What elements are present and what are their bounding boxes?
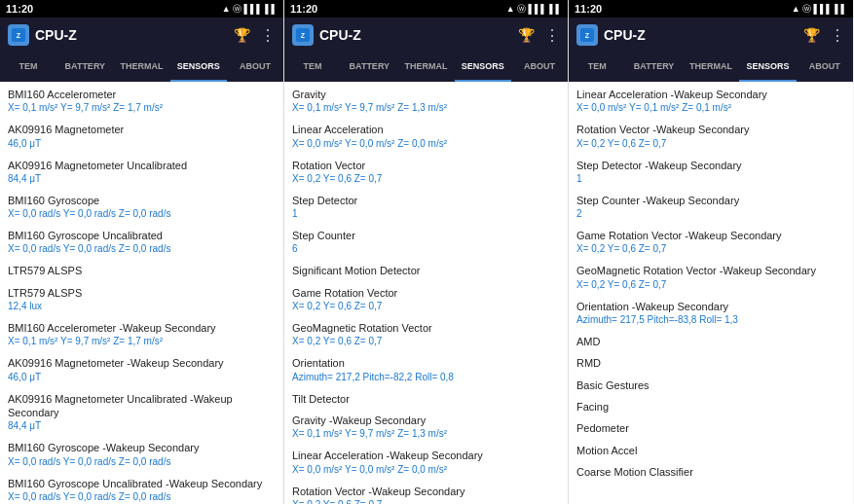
sensor-item: RMD xyxy=(576,356,845,370)
tab-sensors[interactable]: SENSORS xyxy=(739,53,796,82)
sensor-value: X= 0,0 m/s² Y= 0,1 m/s² Z= 0,1 m/s² xyxy=(576,101,845,115)
sensor-name: Coarse Motion Classifier xyxy=(576,465,845,479)
sensor-name: GeoMagnetic Rotation Vector -Wakeup Seco… xyxy=(576,264,845,277)
tab-about[interactable]: ABOUT xyxy=(227,53,283,82)
sensor-item: Rotation VectorX= 0,2 Y= 0,6 Z= 0,7 xyxy=(292,159,560,186)
tab-about[interactable]: ABOUT xyxy=(797,53,853,82)
sensor-item: GravityX= 0,1 m/s² Y= 9,7 m/s² Z= 1,3 m/… xyxy=(292,88,560,115)
more-icon[interactable]: ⋮ xyxy=(830,26,845,45)
app-bar-left: Z CPU-Z xyxy=(576,24,646,46)
sensor-value: 1 xyxy=(576,172,845,186)
app-icon: Z xyxy=(8,24,29,46)
sensor-value: X= 0,1 m/s² Y= 9,7 m/s² Z= 1,7 m/s² xyxy=(8,101,276,115)
sensor-item: Linear Acceleration -Wakeup SecondaryX= … xyxy=(292,449,560,476)
sensor-name: Step Detector xyxy=(292,194,560,207)
tab-thermal[interactable]: THERMAL xyxy=(397,53,454,82)
sensor-value: 84,4 μT xyxy=(8,172,276,186)
tab-battery[interactable]: BATTERY xyxy=(56,53,113,82)
app-bar-left: Z CPU-Z xyxy=(292,24,361,46)
sensor-name: AK09916 Magnetometer -Wakeup Secondary xyxy=(8,356,276,370)
sensor-value: X= 0,2 Y= 0,6 Z= 0,7 xyxy=(292,498,560,504)
status-bar: 11:20 ▲ ⓦ ▌▌▌ ▌▌ xyxy=(569,0,853,18)
tab-sensors[interactable]: SENSORS xyxy=(170,53,227,82)
tab-bar: TEMBATTERYTHERMALSENSORSABOUT xyxy=(284,53,568,82)
sensor-item: Basic Gestures xyxy=(576,378,845,392)
tab-tem[interactable]: TEM xyxy=(284,53,341,82)
sensors-content: GravityX= 0,1 m/s² Y= 9,7 m/s² Z= 1,3 m/… xyxy=(284,82,568,504)
sensor-item: GeoMagnetic Rotation VectorX= 0,2 Y= 0,6… xyxy=(292,321,560,348)
sensor-name: Facing xyxy=(576,400,845,414)
sensor-value: X= 0,0 rad/s Y= 0,0 rad/s Z= 0,0 rad/s xyxy=(8,490,276,504)
more-icon[interactable]: ⋮ xyxy=(260,26,276,45)
sensor-name: AK09916 Magnetometer Uncalibrated -Wakeu… xyxy=(8,392,276,420)
sensor-name: Pedometer xyxy=(576,421,845,435)
sensor-name: Motion Accel xyxy=(576,444,845,457)
sensor-item: Step Detector -Wakeup Secondary1 xyxy=(576,159,845,186)
more-icon[interactable]: ⋮ xyxy=(544,26,560,45)
tab-about[interactable]: ABOUT xyxy=(511,53,568,82)
tab-sensors[interactable]: SENSORS xyxy=(455,53,511,82)
sensor-value: X= 0,2 Y= 0,6 Z= 0,7 xyxy=(576,242,845,256)
sensor-name: Step Counter xyxy=(292,229,560,242)
sensor-name: Rotation Vector -Wakeup Secondary xyxy=(576,123,845,136)
sensor-name: Step Counter -Wakeup Secondary xyxy=(576,194,845,207)
sensor-name: Tilt Detector xyxy=(292,392,560,406)
sensor-item: Tilt Detector xyxy=(292,392,560,406)
tab-battery[interactable]: BATTERY xyxy=(341,53,397,82)
sensor-item: Significant Motion Detector xyxy=(292,264,560,277)
status-bar: 11:20 ▲ ⓦ ▌▌▌ ▌▌ xyxy=(284,0,568,18)
sensor-item: LTR579 ALSPS xyxy=(8,264,276,277)
sensor-item: OrientationAzimuth= 217,2 Pitch=-82,2 Ro… xyxy=(292,356,560,383)
sensor-value: X= 0,0 m/s² Y= 0,0 m/s² Z= 0,0 m/s² xyxy=(292,137,560,151)
sensor-value: 2 xyxy=(576,207,845,221)
sensor-item: AMD xyxy=(576,335,845,348)
sensor-value: 84,4 μT xyxy=(8,419,276,433)
sensor-item: Step Counter -Wakeup Secondary2 xyxy=(576,194,845,221)
sensor-item: BMI160 Accelerometer -Wakeup SecondaryX=… xyxy=(8,321,276,348)
app-bar: Z CPU-Z 🏆 ⋮ xyxy=(0,18,283,53)
sensor-item: BMI160 AccelerometerX= 0,1 m/s² Y= 9,7 m… xyxy=(8,88,276,115)
sensor-name: BMI160 Accelerometer -Wakeup Secondary xyxy=(8,321,276,335)
sensor-name: Basic Gestures xyxy=(576,378,845,392)
sensor-item: AK09916 Magnetometer Uncalibrated -Wakeu… xyxy=(8,392,276,434)
sensor-item: BMI160 GyroscopeX= 0,0 rad/s Y= 0,0 rad/… xyxy=(8,194,276,221)
panel-1: 11:20 ▲ ⓦ ▌▌▌ ▌▌ Z CPU-Z 🏆 ⋮ TEMBATTERYT… xyxy=(0,0,284,504)
sensor-item: GeoMagnetic Rotation Vector -Wakeup Seco… xyxy=(576,264,845,291)
sensor-value: X= 0,2 Y= 0,6 Z= 0,7 xyxy=(292,335,560,348)
sensor-item: Step Counter6 xyxy=(292,229,560,256)
sensor-name: BMI160 Accelerometer xyxy=(8,88,276,101)
tab-tem[interactable]: TEM xyxy=(0,53,56,82)
sensor-name: AK09916 Magnetometer xyxy=(8,123,276,136)
sensor-value: X= 0,2 Y= 0,6 Z= 0,7 xyxy=(292,300,560,313)
tab-tem[interactable]: TEM xyxy=(569,53,625,82)
sensor-value: Azimuth= 217,2 Pitch=-82,2 Roll= 0,8 xyxy=(292,371,560,384)
tab-thermal[interactable]: THERMAL xyxy=(113,53,169,82)
sensor-name: Game Rotation Vector -Wakeup Secondary xyxy=(576,229,845,242)
sensor-item: Linear Acceleration -Wakeup SecondaryX= … xyxy=(576,88,845,115)
app-bar: Z CPU-Z 🏆 ⋮ xyxy=(569,18,853,53)
app-icon: Z xyxy=(576,24,598,46)
app-bar-right: 🏆 ⋮ xyxy=(803,26,845,45)
trophy-icon[interactable]: 🏆 xyxy=(803,27,820,43)
tab-battery[interactable]: BATTERY xyxy=(625,53,682,82)
sensor-value: X= 0,0 rad/s Y= 0,0 rad/s Z= 0,0 rad/s xyxy=(8,455,276,469)
sensor-value: 12,4 lux xyxy=(8,300,276,313)
sensor-item: Gravity -Wakeup SecondaryX= 0,1 m/s² Y= … xyxy=(292,414,560,441)
sensor-name: Step Detector -Wakeup Secondary xyxy=(576,159,845,172)
trophy-icon[interactable]: 🏆 xyxy=(518,27,535,43)
tab-thermal[interactable]: THERMAL xyxy=(683,53,739,82)
tab-bar: TEMBATTERYTHERMALSENSORSABOUT xyxy=(0,53,283,82)
sensor-value: X= 0,1 m/s² Y= 9,7 m/s² Z= 1,7 m/s² xyxy=(8,335,276,348)
sensor-item: AK09916 Magnetometer Uncalibrated84,4 μT xyxy=(8,159,276,186)
app-title: CPU-Z xyxy=(604,27,646,43)
sensor-value: X= 0,1 m/s² Y= 9,7 m/s² Z= 1,3 m/s² xyxy=(292,101,560,115)
trophy-icon[interactable]: 🏆 xyxy=(234,27,250,43)
sensor-name: BMI160 Gyroscope Uncalibrated -Wakeup Se… xyxy=(8,477,276,490)
tab-bar: TEMBATTERYTHERMALSENSORSABOUT xyxy=(569,53,853,82)
sensor-name: BMI160 Gyroscope Uncalibrated xyxy=(8,229,276,242)
sensor-name: BMI160 Gyroscope xyxy=(8,194,276,207)
sensor-item: AK09916 Magnetometer46,0 μT xyxy=(8,123,276,150)
sensor-item: BMI160 Gyroscope -Wakeup SecondaryX= 0,0… xyxy=(8,441,276,468)
sensors-content: Linear Acceleration -Wakeup SecondaryX= … xyxy=(569,82,853,504)
sensor-name: RMD xyxy=(576,356,845,370)
